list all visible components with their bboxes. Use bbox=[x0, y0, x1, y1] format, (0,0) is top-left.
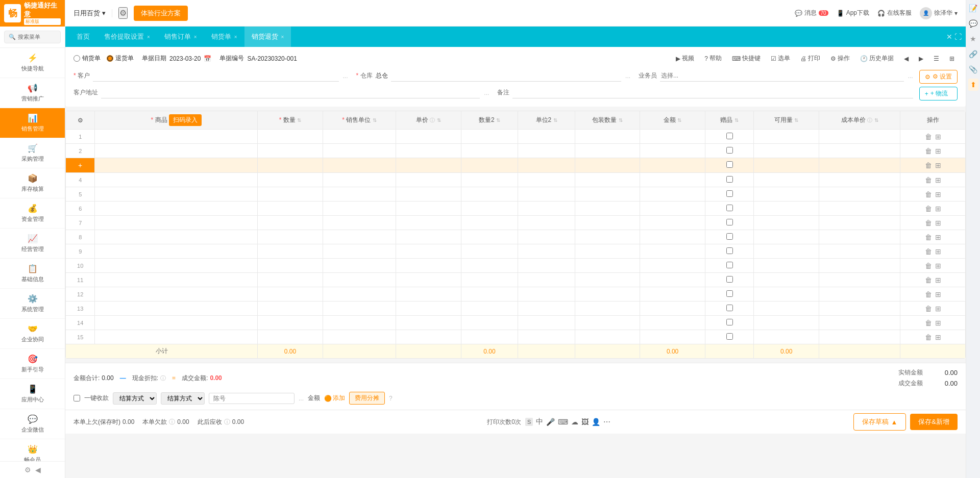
gift-checkbox[interactable] bbox=[726, 176, 733, 183]
staff-input[interactable] bbox=[660, 70, 904, 82]
row-product-cell[interactable] bbox=[95, 244, 258, 259]
row-cost-price-cell[interactable] bbox=[819, 287, 900, 301]
sidebar-item-marketing[interactable]: 📢 营销推广 bbox=[0, 78, 65, 108]
sidebar-item-finance-mgmt[interactable]: 💰 资金管理 bbox=[0, 198, 65, 229]
row-unit2-cell[interactable] bbox=[518, 202, 575, 216]
gift-checkbox[interactable] bbox=[726, 161, 733, 168]
row-cost-price-cell[interactable] bbox=[819, 158, 900, 173]
sidebar-item-app-center[interactable]: 📱 应用中心 bbox=[0, 379, 65, 409]
row-unit-price-cell[interactable] bbox=[396, 316, 461, 330]
row-sales-unit-cell[interactable] bbox=[323, 301, 396, 316]
row-pack-qty-cell[interactable] bbox=[575, 230, 640, 244]
gift-checkbox[interactable] bbox=[726, 262, 733, 268]
one-click-pay-checkbox[interactable] bbox=[74, 395, 80, 401]
return-radio[interactable] bbox=[107, 55, 113, 62]
gift-checkbox[interactable] bbox=[726, 290, 733, 297]
row-cost-price-cell[interactable] bbox=[819, 230, 900, 244]
copy-row-btn[interactable]: ⊞ bbox=[935, 247, 941, 256]
row-unit2-cell[interactable] bbox=[518, 330, 575, 344]
row-amount-cell[interactable] bbox=[640, 158, 705, 173]
copy-row-btn[interactable]: ⊞ bbox=[935, 219, 941, 227]
gift-checkbox[interactable] bbox=[726, 233, 733, 240]
col-cost-unit-price-sort-icon[interactable]: ⇅ bbox=[874, 117, 878, 123]
search-menu-btn[interactable]: 🔍 搜索菜单 bbox=[4, 31, 61, 43]
row-gift-cell[interactable] bbox=[705, 244, 754, 259]
row-available-cell[interactable] bbox=[754, 259, 819, 273]
return-radio-item[interactable]: 退货单 bbox=[107, 54, 134, 63]
messages-btn[interactable]: 💬 消息 70 bbox=[795, 9, 828, 17]
copy-row-btn[interactable]: ⊞ bbox=[935, 161, 941, 169]
row-amount-cell[interactable] bbox=[640, 130, 705, 144]
delete-row-btn[interactable]: 🗑 bbox=[925, 290, 932, 298]
row-unit-price-cell[interactable] bbox=[396, 130, 461, 144]
copy-row-btn[interactable]: ⊞ bbox=[935, 276, 941, 284]
gift-checkbox[interactable] bbox=[726, 319, 733, 325]
remark-input[interactable] bbox=[512, 87, 913, 98]
online-service-btn[interactable]: 🎧 在线客服 bbox=[877, 9, 912, 17]
row-quantity2-cell[interactable] bbox=[461, 187, 518, 202]
sidebar-item-inventory-calc[interactable]: 📦 库存核算 bbox=[0, 168, 65, 198]
row-cost-price-cell[interactable] bbox=[819, 330, 900, 344]
row-available-cell[interactable] bbox=[754, 287, 819, 301]
staff-ellipsis-btn[interactable]: ... bbox=[908, 72, 913, 80]
row-sales-unit-cell[interactable] bbox=[323, 173, 396, 187]
col-settings-icon[interactable]: ⚙ bbox=[78, 117, 83, 124]
row-quantity-cell[interactable] bbox=[258, 316, 323, 330]
gift-checkbox[interactable] bbox=[726, 190, 733, 197]
row-quantity-cell[interactable] bbox=[258, 158, 323, 173]
row-sales-unit-cell[interactable] bbox=[323, 259, 396, 273]
row-unit2-cell[interactable] bbox=[518, 301, 575, 316]
prev-record-btn[interactable]: ◀ bbox=[901, 54, 912, 63]
tab-sales-return-close[interactable]: × bbox=[281, 34, 284, 40]
row-unit-price-cell[interactable] bbox=[396, 287, 461, 301]
row-quantity2-cell[interactable] bbox=[461, 173, 518, 187]
ime-icon-3[interactable]: 🎤 bbox=[546, 418, 555, 426]
tab-price-settings-close[interactable]: × bbox=[147, 34, 150, 40]
row-cost-price-cell[interactable] bbox=[819, 187, 900, 202]
row-unit-price-cell[interactable] bbox=[396, 173, 461, 187]
row-unit-price-cell[interactable] bbox=[396, 144, 461, 158]
col-available-sort-icon[interactable]: ⇅ bbox=[794, 117, 798, 123]
gift-checkbox[interactable] bbox=[726, 133, 733, 139]
collapse-sidebar-icon[interactable]: ◀ bbox=[35, 466, 41, 474]
row-unit-price-cell[interactable] bbox=[396, 230, 461, 244]
row-product-cell[interactable] bbox=[95, 273, 258, 287]
sidebar-item-vip[interactable]: 👑 畅会员 bbox=[0, 439, 65, 461]
ime-icon-4[interactable]: ⌨ bbox=[558, 418, 568, 426]
col-amount-sort-icon[interactable]: ⇅ bbox=[677, 117, 681, 123]
row-sales-unit-cell[interactable] bbox=[323, 216, 396, 230]
gift-checkbox[interactable] bbox=[726, 219, 733, 225]
row-gift-cell[interactable] bbox=[705, 144, 754, 158]
row-product-cell[interactable] bbox=[95, 259, 258, 273]
row-quantity-cell[interactable] bbox=[258, 301, 323, 316]
grid-view-btn[interactable]: ⊞ bbox=[946, 54, 958, 63]
row-quantity-cell[interactable] bbox=[258, 230, 323, 244]
row-unit2-cell[interactable] bbox=[518, 187, 575, 202]
row-available-cell[interactable] bbox=[754, 230, 819, 244]
row-amount-cell[interactable] bbox=[640, 216, 705, 230]
shortcut-btn[interactable]: ⌨ 快捷键 bbox=[729, 53, 764, 64]
ime-icon-1[interactable]: S bbox=[525, 418, 533, 426]
row-unit-price-cell[interactable] bbox=[396, 202, 461, 216]
row-pack-qty-cell[interactable] bbox=[575, 273, 640, 287]
row-quantity2-cell[interactable] bbox=[461, 158, 518, 173]
row-gift-cell[interactable] bbox=[705, 216, 754, 230]
help-btn[interactable]: ? 帮助 bbox=[701, 53, 725, 64]
col-unit-price-sort-icon[interactable]: ⇅ bbox=[437, 117, 441, 123]
row-pack-qty-cell[interactable] bbox=[575, 330, 640, 344]
copy-row-btn[interactable]: ⊞ bbox=[935, 190, 941, 198]
sidebar-item-sales-mgmt[interactable]: 📊 销售管理 bbox=[0, 108, 65, 138]
row-available-cell[interactable] bbox=[754, 130, 819, 144]
ime-icon-2[interactable]: 中 bbox=[536, 417, 543, 426]
row-quantity2-cell[interactable] bbox=[461, 130, 518, 144]
row-product-cell[interactable] bbox=[95, 287, 258, 301]
row-amount-cell[interactable] bbox=[640, 287, 705, 301]
row-sales-unit-cell[interactable] bbox=[323, 144, 396, 158]
row-sales-unit-cell[interactable] bbox=[323, 202, 396, 216]
calc-method-select[interactable]: 结算方式 bbox=[161, 392, 205, 405]
row-cost-price-cell[interactable] bbox=[819, 273, 900, 287]
row-quantity2-cell[interactable] bbox=[461, 244, 518, 259]
sidebar-item-purchase-mgmt[interactable]: 🛒 采购管理 bbox=[0, 138, 65, 168]
payment-account-input[interactable] bbox=[209, 393, 295, 404]
col-sales-unit-sort-icon[interactable]: ⇅ bbox=[373, 117, 377, 123]
